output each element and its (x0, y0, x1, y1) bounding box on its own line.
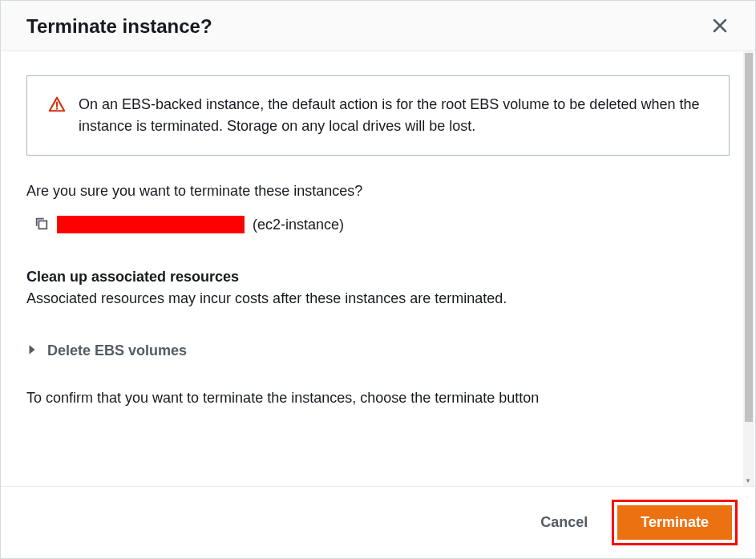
warning-alert: On an EBS-backed instance, the default a… (26, 75, 730, 156)
terminate-highlight-box: Terminate (612, 500, 738, 545)
chevron-right-icon (26, 344, 38, 358)
scrollbar-down-icon[interactable]: ▼ (745, 477, 751, 484)
close-icon (712, 18, 728, 36)
expander-label: Delete EBS volumes (47, 342, 187, 359)
modal-header: Terminate instance? (1, 1, 755, 51)
cleanup-heading: Clean up associated resources (26, 269, 730, 286)
delete-ebs-volumes-expander[interactable]: Delete EBS volumes (26, 342, 187, 359)
instance-name: (ec2-instance) (253, 217, 344, 233)
modal-body: On an EBS-backed instance, the default a… (1, 51, 755, 486)
cleanup-description: Associated resources may incur costs aft… (26, 290, 730, 307)
copy-instance-id-button[interactable] (34, 217, 49, 233)
modal-body-wrapper: On an EBS-backed instance, the default a… (1, 51, 755, 486)
scrollbar-track[interactable]: ▼ (743, 51, 754, 486)
modal-footer: Cancel Terminate (1, 486, 755, 558)
cancel-button[interactable]: Cancel (524, 506, 604, 539)
confirm-question: Are you sure you want to terminate these… (26, 183, 730, 200)
instance-id-redacted (57, 216, 245, 233)
svg-rect-2 (38, 221, 46, 229)
modal-title: Terminate instance? (26, 15, 212, 38)
warning-text: On an EBS-backed instance, the default a… (79, 94, 706, 137)
terminate-instance-modal: Terminate instance? On an EBS-backed ins… (0, 0, 756, 559)
warning-triangle-icon (48, 95, 66, 137)
confirm-instruction: To confirm that you want to terminate th… (26, 390, 730, 407)
svg-point-1 (56, 107, 58, 109)
copy-icon (34, 221, 49, 233)
scrollbar-thumb[interactable] (745, 53, 753, 422)
close-button[interactable] (710, 17, 730, 36)
instance-row: (ec2-instance) (34, 216, 730, 233)
terminate-button[interactable]: Terminate (617, 505, 732, 540)
